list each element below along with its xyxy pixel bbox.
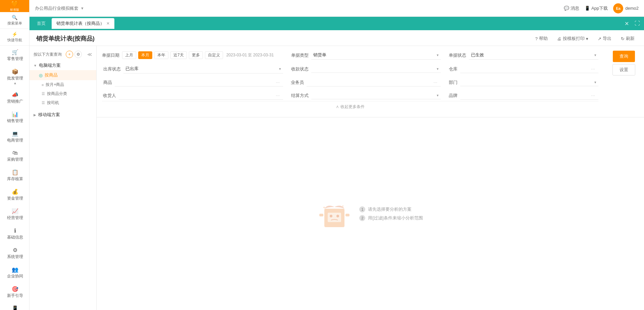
marketing-icon: 📣 (12, 92, 18, 98)
goods-field: 商品 ··· (102, 78, 283, 87)
export-btn[interactable]: ↗ 导出 (595, 34, 614, 43)
tabbar: 首页 销货单统计表（按商品） ✕ ✕ ⛶ (30, 17, 644, 30)
app-logo: 🧡 标准版 (0, 0, 29, 12)
receiver-dots-icon[interactable]: ··· (276, 93, 280, 98)
date-btn-7days[interactable]: 近7天 (170, 51, 187, 59)
sidebar-item-marketing[interactable]: 📣 营销推广 (0, 88, 29, 108)
sidebar-item-enterprise-collab[interactable]: 👥 企业协同 (0, 263, 29, 282)
sidebar-item-basic-info[interactable]: ℹ 基础信息 (0, 224, 29, 244)
brand-field: 品牌 ··· (447, 91, 598, 100)
warehouse-select[interactable]: ··· (460, 65, 598, 73)
user-info[interactable]: Ea demo2 (613, 3, 639, 13)
sidebar-item-ecommerce[interactable]: 💻 电商管理 (0, 127, 29, 147)
salesperson-field: 业务员 ··· (290, 78, 441, 87)
sidebar-item-operations[interactable]: 📈 经营管理 (0, 205, 29, 224)
warehouse-dots-icon[interactable]: ··· (591, 66, 595, 71)
receiver-label: 收货人 (102, 93, 116, 99)
brand-dots-icon[interactable]: ··· (591, 93, 595, 98)
help-btn[interactable]: ? 帮助 (533, 34, 550, 43)
messages-btn[interactable]: 💬 消息 (564, 5, 579, 11)
settings-button[interactable]: 设置 (612, 64, 635, 75)
tip-num-2: 2 (359, 215, 365, 221)
mobile-group-expand-icon: ▶ (34, 113, 36, 117)
brand-select[interactable]: ··· (460, 91, 598, 100)
doc-type-select[interactable]: 销货单 ▾ (311, 51, 441, 60)
app-download-btn[interactable]: 📱 App下载 (585, 5, 608, 11)
desktop-group-title[interactable]: ▼ 电脑端方案 (30, 61, 96, 70)
out-status-field: 出库状态 已出库 ▾ (102, 64, 283, 73)
dropdown-arrow[interactable]: ▾ (81, 6, 84, 11)
sidebar-item-finance[interactable]: 💰 资金管理 (0, 185, 29, 205)
sidebar-item-quick-nav[interactable]: ⚡ 快捷导航 (0, 29, 29, 46)
desktop-scheme-group: ▼ 电脑端方案 ◎ 按商品 ≡ 按月+商品 ☰ (30, 59, 96, 109)
scheme-item-by-product[interactable]: ◎ 按商品 (30, 70, 96, 80)
salesperson-select[interactable]: ··· (307, 78, 441, 87)
sidebar-item-app-center[interactable]: 📱 应用中心 (0, 302, 29, 310)
tab-home[interactable]: 首页 (32, 18, 50, 29)
sidebar-item-system[interactable]: ⚙ 系统管理 (0, 244, 29, 263)
date-btn-last-month[interactable]: 上月 (122, 51, 136, 59)
sidebar-item-retail[interactable]: 🛒 零售管理 (0, 46, 29, 65)
filter-row-4: 收货人 ··· 结算方式 (102, 91, 598, 100)
basic-info-icon: ℹ (14, 227, 16, 234)
date-range-text: 2023-03-01 至 2023-03-31 (226, 52, 274, 58)
sidebar-item-new-guide[interactable]: 🎯 新手引导 (0, 282, 29, 302)
tab-sales-stats[interactable]: 销货单统计表（按商品） ✕ (52, 18, 114, 29)
collapse-panel-btn[interactable]: ≪ (87, 52, 92, 57)
add-scheme-btn[interactable]: + (66, 51, 73, 58)
retail-icon: 🛒 (12, 49, 18, 55)
receiver-field: 收货人 ··· (102, 91, 283, 100)
page-header: 销货单统计表(按商品) ? 帮助 🖨 按模板打印 ▾ ↗ 导出 (30, 30, 644, 46)
out-status-select[interactable]: 已出库 ▾ (123, 64, 283, 73)
receipt-status-select[interactable]: ▾ (311, 65, 441, 73)
date-btn-more[interactable]: 更多 (189, 51, 203, 59)
out-status-arrow-icon: ▾ (279, 67, 281, 71)
date-btn-this-month[interactable]: 本月 (138, 51, 152, 59)
scheme-subitem-by-cashier[interactable]: ☰ 按司机 (30, 98, 96, 107)
sidebar-item-wholesale[interactable]: 📦 批发管理 ▲ (0, 65, 29, 88)
date-btn-this-year[interactable]: 本年 (154, 51, 168, 59)
print-icon: 🖨 (557, 36, 561, 41)
collapse-more-btn[interactable]: ∧ 收起更多条件 (102, 101, 598, 112)
goods-select[interactable]: ··· (115, 78, 283, 87)
department-select[interactable]: ▾ (460, 79, 598, 86)
by-product-category-icon: ☰ (42, 92, 45, 96)
refresh-btn[interactable]: ↻ 刷新 (618, 34, 637, 43)
scheme-subitem-by-month-product[interactable]: ≡ 按月+商品 (30, 80, 96, 89)
sidebar-item-procurement[interactable]: 🛍 采购管理 (0, 147, 29, 166)
template-print-btn[interactable]: 🖨 按模板打印 ▾ (554, 34, 591, 43)
mobile-scheme-group: ▶ 移动端方案 (30, 109, 96, 121)
receiver-select[interactable]: ··· (119, 91, 283, 100)
mobile-group-title[interactable]: ▶ 移动端方案 (30, 110, 96, 119)
scheme-panel-title: 按以下方案查询 (34, 52, 62, 57)
sidebar-item-inventory[interactable]: 📋 库存核算 (0, 166, 29, 185)
export-icon: ↗ (598, 36, 601, 41)
filter-right-content: 单据日期 上月 本月 本年 近7天 更多 自定义 2023-03-01 至 20… (97, 46, 644, 310)
operations-icon: 📈 (12, 208, 18, 214)
sidebar-item-search[interactable]: 🔍 搜索菜单 (0, 12, 29, 29)
query-button[interactable]: 查询 (613, 51, 635, 62)
content-area: 销货单统计表(按商品) ? 帮助 🖨 按模板打印 ▾ ↗ 导出 (30, 30, 644, 310)
topbar-right: 💬 消息 📱 App下载 Ea demo2 (564, 3, 639, 13)
doc-type-field: 单据类型 销货单 ▾ (290, 51, 441, 60)
tab-close-window-icon[interactable]: ✕ (623, 19, 631, 28)
doc-type-label: 单据类型 (290, 52, 309, 58)
settings-scheme-btn[interactable]: ⚙ (74, 51, 82, 58)
salesperson-dots-icon[interactable]: ··· (433, 80, 437, 85)
download-icon: 📱 (585, 6, 590, 11)
page-panel: 销货单统计表(按商品) ? 帮助 🖨 按模板打印 ▾ ↗ 导出 (30, 30, 644, 310)
date-btn-custom[interactable]: 自定义 (205, 51, 223, 59)
settlement-select[interactable]: ▾ (311, 92, 441, 99)
doc-status-select[interactable]: 已生效 ▾ (469, 51, 598, 60)
warehouse-label: 仓库 (447, 66, 458, 72)
sidebar-item-sales[interactable]: 📊 销售管理 (0, 108, 29, 127)
finance-icon: 💰 (12, 189, 18, 195)
goods-dots-icon[interactable]: ··· (276, 80, 280, 85)
tabbar-controls: ✕ ⛶ (623, 19, 641, 28)
tab-maximize-icon[interactable]: ⛶ (633, 19, 641, 28)
scheme-subitem-by-product-category[interactable]: ☰ 按商品分类 (30, 89, 96, 98)
tab-close-icon[interactable]: ✕ (106, 21, 110, 26)
industry-label: 办公用品行业模拟账套 (35, 5, 78, 11)
svg-rect-5 (345, 214, 350, 216)
department-arrow-icon: ▾ (594, 80, 596, 85)
